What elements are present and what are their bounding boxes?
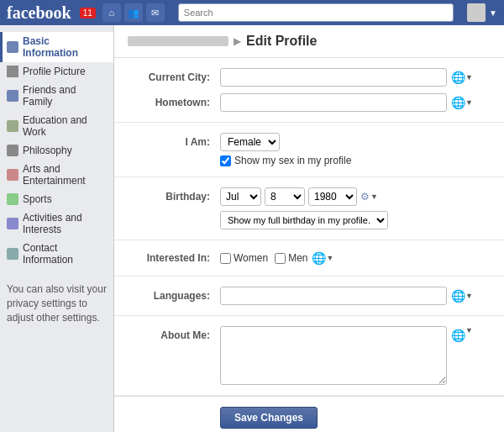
languages-privacy-icon[interactable]: 🌐	[450, 288, 465, 303]
show-sex-row: Show my sex in my profile	[220, 155, 491, 166]
notification-badge[interactable]: 11	[80, 8, 96, 18]
facebook-logo: facebook	[7, 3, 71, 23]
birthday-day-select[interactable]: 12345 678910 1112131415	[265, 187, 305, 206]
sidebar-item-sports[interactable]: Sports	[0, 190, 113, 208]
form-area: Current City: 🌐 ▼ Hometown: 🌐 ▼ I Am:	[114, 58, 504, 432]
sidebar-item-arts-entertainment[interactable]: Arts and Entertainment	[0, 160, 113, 190]
user-avatar[interactable]	[467, 3, 486, 22]
birthday-privacy-row: Show my full birthday in my profile. Sho…	[220, 211, 491, 229]
birthday-gear-caret: ▼	[370, 192, 378, 201]
about-me-label: About Me:	[128, 326, 220, 341]
interested-privacy-icon[interactable]: 🌐	[311, 250, 326, 266]
nav-right: ▼	[467, 3, 497, 22]
birthday-row: Birthday: JanFebMarApr MayJunJulAug SepO…	[128, 187, 491, 206]
messages-nav-icon[interactable]: ✉	[146, 3, 165, 22]
sidebar-label-arts-entertainment: Arts and Entertainment	[23, 163, 107, 187]
languages-input[interactable]	[220, 287, 447, 305]
languages-row: Languages: 🌐 ▼	[128, 287, 491, 305]
friends-family-icon	[7, 90, 18, 102]
sidebar-label-basic-information: Basic Information	[23, 35, 107, 59]
interested-in-row: Interested In: Women Men 🌐 ▼	[128, 250, 491, 266]
interested-women-checkbox[interactable]	[220, 253, 231, 264]
arts-entertainment-icon	[7, 169, 18, 181]
about-me-textarea[interactable]	[220, 326, 447, 385]
sidebar-label-profile-picture: Profile Picture	[23, 66, 86, 77]
interested-section: Interested In: Women Men 🌐 ▼	[114, 240, 504, 277]
sports-icon	[7, 193, 18, 205]
about-me-privacy-icon[interactable]: 🌐	[450, 328, 465, 343]
sidebar-item-education-work[interactable]: Education and Work	[0, 111, 113, 141]
hometown-input[interactable]	[220, 93, 447, 112]
nav-dropdown-arrow[interactable]: ▼	[489, 8, 497, 18]
home-nav-icon[interactable]: ⌂	[102, 3, 121, 22]
profile-header: ▶ Edit Profile	[114, 25, 504, 58]
current-city-privacy-icon[interactable]: 🌐	[450, 70, 465, 85]
basic-information-icon	[7, 41, 18, 53]
sidebar-label-education-work: Education and Work	[23, 114, 107, 138]
gear-icon: ⚙	[360, 191, 370, 203]
hometown-label: Hometown:	[128, 97, 220, 108]
sidebar-label-philosophy: Philosophy	[23, 145, 72, 156]
iam-label: I Am:	[128, 136, 220, 148]
sidebar-label-friends-family: Friends and Family	[23, 84, 107, 108]
save-section: Save Changes	[114, 396, 504, 432]
sidebar-label-sports: Sports	[23, 193, 52, 205]
hometown-privacy-icon[interactable]: 🌐	[450, 95, 465, 110]
birthday-privacy-select[interactable]: Show my full birthday in my profile. Sho…	[220, 211, 388, 229]
languages-privacy-caret[interactable]: ▼	[465, 292, 473, 300]
sidebar-item-activities-interests[interactable]: Activities and Interests	[0, 208, 113, 239]
main-content: ▶ Edit Profile Current City: 🌐 ▼ Hometow…	[113, 25, 504, 432]
current-city-row: Current City: 🌐 ▼	[128, 68, 491, 87]
interested-women-option: Women	[220, 252, 268, 264]
interested-women-label: Women	[234, 252, 268, 264]
sidebar-label-activities-interests: Activities and Interests	[23, 212, 107, 235]
friends-nav-icon[interactable]: 👥	[124, 3, 143, 22]
sidebar-item-contact-information[interactable]: Contact Information	[0, 239, 113, 269]
iam-row: I Am: Female Male	[128, 133, 491, 151]
philosophy-icon	[7, 145, 18, 156]
languages-section: Languages: 🌐 ▼	[114, 277, 504, 316]
interested-men-label: Men	[288, 252, 307, 264]
profile-picture-icon	[7, 66, 18, 77]
current-city-privacy-caret[interactable]: ▼	[465, 73, 473, 82]
birthday-settings-icon[interactable]: ⚙ ▼	[360, 191, 378, 203]
interested-privacy-caret[interactable]: ▼	[326, 254, 333, 262]
interested-options: Women Men	[220, 252, 307, 264]
hometown-privacy-caret[interactable]: ▼	[465, 98, 473, 107]
save-changes-button[interactable]: Save Changes	[220, 407, 318, 429]
nav-icons-group: ⌂ 👥 ✉	[102, 3, 165, 22]
sidebar-label-contact-information: Contact Information	[23, 242, 107, 266]
interested-men-option: Men	[275, 252, 307, 264]
languages-label: Languages:	[128, 290, 220, 302]
sidebar: Basic Information Profile Picture Friend…	[0, 25, 113, 432]
birthday-month-select[interactable]: JanFebMarApr MayJunJulAug SepOctNovDec	[220, 187, 261, 206]
search-input[interactable]	[178, 3, 454, 22]
sidebar-item-philosophy[interactable]: Philosophy	[0, 141, 113, 160]
privacy-note: You can also visit your privacy settings…	[0, 276, 113, 331]
birthday-year-select[interactable]: 198019811979	[308, 187, 357, 206]
top-navigation: facebook 11 ⌂ 👥 ✉ ▼	[0, 0, 504, 25]
education-work-icon	[7, 120, 18, 132]
current-city-input[interactable]	[220, 68, 447, 87]
about-me-privacy-caret[interactable]: ▼	[465, 326, 473, 335]
city-section: Current City: 🌐 ▼ Hometown: 🌐 ▼	[114, 58, 504, 123]
about-me-section: About Me: 🌐 ▼	[114, 316, 504, 396]
sidebar-item-friends-family[interactable]: Friends and Family	[0, 81, 113, 111]
show-sex-checkbox[interactable]	[220, 155, 231, 166]
sidebar-item-profile-picture[interactable]: Profile Picture	[0, 62, 113, 81]
interested-men-checkbox[interactable]	[275, 253, 286, 264]
gender-select[interactable]: Female Male	[220, 133, 280, 151]
profile-name-blurred	[128, 36, 228, 46]
about-me-row: About Me: 🌐 ▼	[128, 326, 491, 385]
current-city-label: Current City:	[128, 71, 220, 83]
sidebar-item-basic-information[interactable]: Basic Information	[0, 32, 113, 62]
gender-section: I Am: Female Male Show my sex in my prof…	[114, 123, 504, 177]
activities-interests-icon	[7, 218, 18, 229]
birthday-section: Birthday: JanFebMarApr MayJunJulAug SepO…	[114, 177, 504, 240]
show-sex-label: Show my sex in my profile	[234, 155, 351, 166]
interested-in-label: Interested In:	[128, 252, 220, 264]
contact-information-icon	[7, 248, 18, 260]
birthday-label: Birthday:	[128, 191, 220, 203]
breadcrumb-arrow: ▶	[234, 35, 241, 47]
page-layout: Basic Information Profile Picture Friend…	[0, 25, 504, 432]
